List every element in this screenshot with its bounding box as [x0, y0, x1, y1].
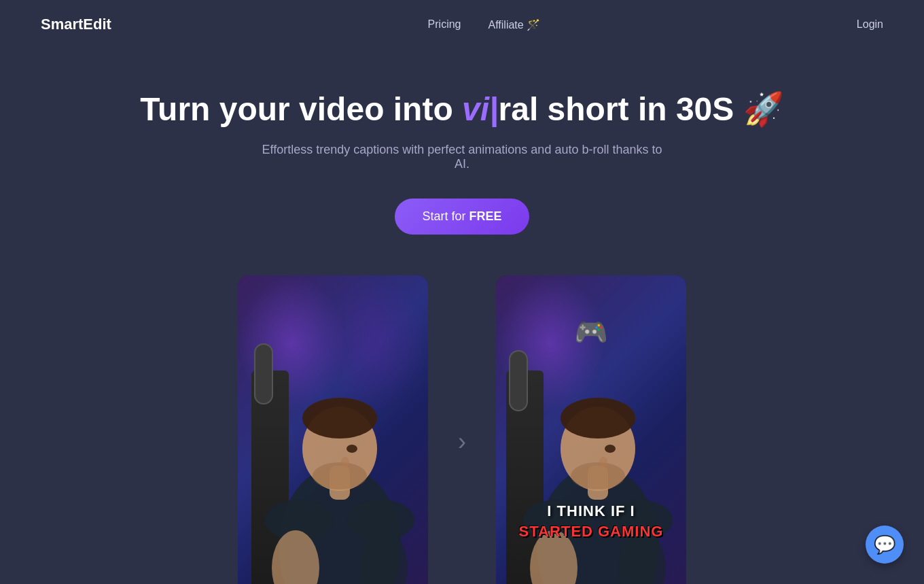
- hero-title-after: ral short in 30S 🚀: [499, 91, 784, 127]
- caption-line2: STARTED GAMING: [510, 523, 673, 540]
- demo-section: ›: [0, 262, 924, 584]
- demo-card-left: [238, 275, 428, 584]
- nav-pricing[interactable]: Pricing: [428, 18, 461, 31]
- chat-icon: 💬: [874, 534, 895, 555]
- svg-point-17: [571, 462, 625, 489]
- person-svg-left: [238, 275, 428, 584]
- left-video-bg: [238, 275, 428, 584]
- caption-overlay: I THINK IF I STARTED GAMING: [510, 502, 673, 540]
- navbar: SmartEdit Pricing Affiliate 🪄 Login: [0, 0, 924, 49]
- svg-point-24: [605, 445, 616, 453]
- nav-links: Pricing Affiliate 🪄: [428, 18, 541, 31]
- nav-login[interactable]: Login: [857, 18, 883, 31]
- cta-button[interactable]: Start for FREE: [395, 199, 529, 235]
- svg-point-12: [341, 457, 349, 468]
- cta-prefix: Start for: [422, 209, 469, 223]
- hero-section: Turn your video into vi|ral short in 30S…: [0, 49, 924, 262]
- arrow-chevron: ›: [458, 428, 466, 456]
- hero-subtitle: Effortless trendy captions with perfect …: [258, 143, 666, 171]
- chat-bubble[interactable]: 💬: [866, 526, 904, 564]
- caption-line1: I THINK IF I: [510, 502, 673, 520]
- hero-title-before: Turn your video into: [140, 91, 462, 127]
- gamepad-icon: 🎮: [574, 316, 608, 348]
- right-video-bg: 🎮 I THINK IF I STARTED GAMING: [496, 275, 686, 584]
- cta-bold: FREE: [469, 209, 502, 223]
- brand-logo[interactable]: SmartEdit: [41, 16, 111, 33]
- arrow-container: ›: [435, 428, 489, 456]
- hero-title: Turn your video into vi|ral short in 30S…: [140, 90, 783, 129]
- svg-point-25: [599, 457, 607, 468]
- demo-card-right: 🎮 I THINK IF I STARTED GAMING: [496, 275, 686, 584]
- svg-point-3: [302, 398, 377, 439]
- svg-point-16: [561, 398, 635, 439]
- hero-title-highlight: vi|: [462, 91, 498, 127]
- svg-point-4: [313, 462, 367, 489]
- svg-point-11: [346, 445, 357, 453]
- nav-affiliate[interactable]: Affiliate 🪄: [488, 18, 541, 31]
